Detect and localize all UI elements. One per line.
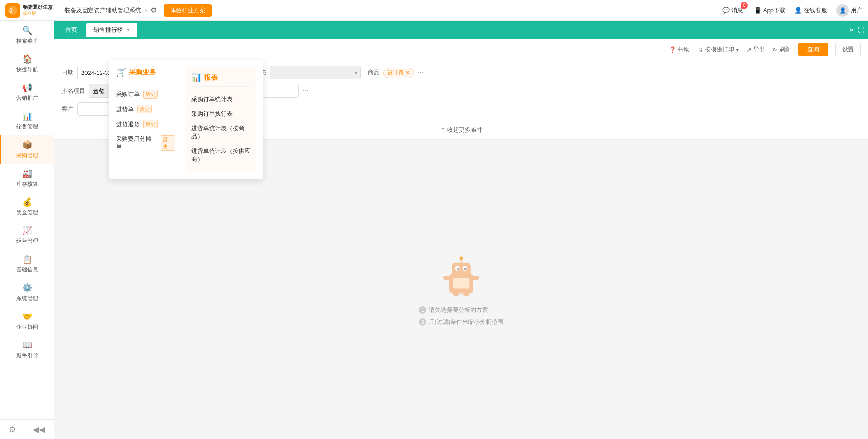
sales-icon: 📊 xyxy=(22,111,32,121)
user-avatar: 👤 xyxy=(836,4,849,17)
po-exec-label: 采购订单执行表 xyxy=(191,110,233,118)
sidebar-item-finance[interactable]: 💰 资金管理 xyxy=(0,192,54,221)
status-select[interactable] xyxy=(270,66,361,79)
goods-stats-by-supplier-item[interactable]: 进货单统计表（按供应商） xyxy=(191,144,250,167)
sidebar-label-guide: 新手引导 xyxy=(16,352,38,360)
logo-icon: 6 xyxy=(5,3,20,18)
phone-icon: 📱 xyxy=(754,7,761,14)
sidebar-item-purchase[interactable]: 📦 采购管理 xyxy=(0,135,54,164)
sidebar-label-purchase: 采购管理 xyxy=(16,152,38,159)
empty-hint-2: 2 用[过滤]条件来缩小分析范围 xyxy=(419,318,503,326)
svg-point-10 xyxy=(460,256,463,260)
po-stats-item[interactable]: 采购订单统计表 xyxy=(191,92,250,107)
help-label: 帮助 xyxy=(678,45,690,54)
sidebar-item-collab[interactable]: 🤝 企业协同 xyxy=(0,307,54,335)
query-button[interactable]: 查询 xyxy=(798,43,828,56)
message-icon: 💬 xyxy=(722,7,730,14)
sidebar-label-search: 搜索菜单 xyxy=(16,37,38,45)
inventory-icon: 🏭 xyxy=(22,168,32,178)
system-title-text: 装备及固定资产辅助管理系统 xyxy=(64,6,141,15)
sidebar-item-sales[interactable]: 📊 销售管理 xyxy=(0,107,54,135)
sidebar-item-marketing[interactable]: 📢 营销推广 xyxy=(0,78,54,107)
sidebar-item-inventory[interactable]: 🏭 库存核算 xyxy=(0,164,54,192)
search-menu-icon: 🔍 xyxy=(22,25,32,35)
hint-text-1: 请先选择要分析的方案 xyxy=(429,306,488,314)
goods-label: 商品 xyxy=(368,69,380,77)
app-download-item[interactable]: 📱 App下载 xyxy=(754,6,785,15)
collapse-button[interactable]: ⌃ 收起更多条件 xyxy=(440,126,483,134)
goods-receive-history: 历史 xyxy=(137,105,152,113)
salesman-more-btn[interactable]: ··· xyxy=(302,87,308,95)
settings-icon-btn[interactable]: ⚙ xyxy=(147,4,160,17)
purchase-expense-item[interactable]: 采购费用分摊单 历史 xyxy=(116,132,175,154)
purchase-dropdown: 🛒 采购业务 采购订单 历史 进货单 历史 进货退货 历史 采购费用分摊单 xyxy=(109,60,263,179)
svg-text:6: 6 xyxy=(9,7,13,14)
purchase-col-title-text: 采购业务 xyxy=(129,68,156,77)
sidebar-item-search[interactable]: 🔍 搜索菜单 xyxy=(0,21,54,49)
purchase-order-item[interactable]: 采购订单 历史 xyxy=(116,87,175,102)
svg-rect-12 xyxy=(443,276,450,280)
system-title: 装备及固定资产辅助管理系统 ▾ xyxy=(64,6,147,15)
sidebar-label-nav: 快捷导航 xyxy=(16,66,38,74)
goods-return-item[interactable]: 进货退货 历史 xyxy=(116,117,175,132)
online-service-item[interactable]: 👤 在线客服 xyxy=(795,6,827,15)
system-icon: ⚙️ xyxy=(22,283,32,293)
tab-bar: 首页 销售排行榜 ✕ ✕ ⛶ xyxy=(54,21,868,39)
sidebar-item-nav[interactable]: 🏠 快捷导航 xyxy=(0,49,54,78)
svg-rect-14 xyxy=(453,292,459,296)
logo-area: 6 畅捷通好生意 标准版 xyxy=(5,3,60,18)
help-btn[interactable]: ❓ 帮助 xyxy=(669,45,690,54)
svg-rect-4 xyxy=(452,262,471,276)
svg-rect-13 xyxy=(473,276,479,280)
guide-icon: 📖 xyxy=(22,340,32,350)
goods-stats-by-goods-item[interactable]: 进货单统计表（按商品） xyxy=(191,121,250,144)
main-layout: 🔍 搜索菜单 🏠 快捷导航 📢 营销推广 📊 销售管理 📦 采购管理 🏭 库存核… xyxy=(0,21,868,439)
tab-bar-right: ✕ ⛶ xyxy=(849,26,864,34)
tab-close-all-icon[interactable]: ✕ xyxy=(849,26,854,34)
purchase-business-col: 🛒 采购业务 采购订单 历史 进货单 历史 进货退货 历史 采购费用分摊单 xyxy=(116,67,175,172)
sidebar-item-operations[interactable]: 📈 经营管理 xyxy=(0,221,54,250)
refresh-icon: ↻ xyxy=(772,46,777,53)
sidebar-item-system[interactable]: ⚙️ 系统管理 xyxy=(0,278,54,307)
status-select-wrapper: ▾ xyxy=(270,66,361,79)
goods-return-label: 进货退货 xyxy=(116,120,140,128)
svg-point-7 xyxy=(457,267,459,270)
po-exec-item[interactable]: 采购订单执行表 xyxy=(191,107,250,121)
settings-button[interactable]: 设置 xyxy=(835,43,861,56)
tab-maximize-icon[interactable]: ⛶ xyxy=(858,26,864,34)
tab-home-label: 首页 xyxy=(65,26,77,34)
industry-button[interactable]: 体验行业方案 xyxy=(164,4,212,17)
empty-hint: 1 请先选择要分析的方案 2 用[过滤]条件来缩小分析范围 xyxy=(419,306,503,326)
print-btn[interactable]: 🖨 按模板打印 ▾ xyxy=(697,45,739,54)
goods-filter: 商品 设计费 ✕ ··· xyxy=(368,68,424,78)
sidebar: 🔍 搜索菜单 🏠 快捷导航 📢 营销推广 📊 销售管理 📦 采购管理 🏭 库存核… xyxy=(0,21,54,439)
po-stats-label: 采购订单统计表 xyxy=(191,95,233,104)
goods-more-btn[interactable]: ··· xyxy=(418,69,424,77)
notification-item[interactable]: 💬 消息 6 xyxy=(721,5,745,16)
logo-sub-text: 标准版 xyxy=(23,10,53,17)
refresh-btn[interactable]: ↻ 刷新 xyxy=(772,45,791,54)
goods-receive-item[interactable]: 进货单 历史 xyxy=(116,102,175,117)
empty-illustration xyxy=(439,253,484,299)
sidebar-collapse-btn[interactable]: ◀◀ xyxy=(33,424,45,434)
finance-icon: 💰 xyxy=(22,197,32,207)
basic-icon: 📋 xyxy=(22,254,32,264)
tab-home[interactable]: 首页 xyxy=(58,23,84,37)
goods-tag-close[interactable]: ✕ xyxy=(405,69,410,76)
sidebar-settings-btn[interactable]: ⚙ xyxy=(9,424,16,434)
rank-label: 排名项目 xyxy=(62,87,85,95)
purchase-expense-label: 采购费用分摊单 xyxy=(116,135,157,151)
tab-close-icon[interactable]: ✕ xyxy=(126,27,130,33)
header-right: 💬 消息 6 📱 App下载 👤 在线客服 👤 用户 xyxy=(721,4,863,17)
tab-sales-ranking[interactable]: 销售排行榜 ✕ xyxy=(86,23,137,37)
export-btn[interactable]: ↗ 导出 xyxy=(746,45,765,54)
user-item[interactable]: 👤 用户 xyxy=(836,4,863,17)
hint-num-2: 2 xyxy=(419,318,426,326)
purchase-order-label: 采购订单 xyxy=(116,90,140,99)
help-icon: ❓ xyxy=(669,46,676,53)
sidebar-item-basic[interactable]: 📋 基础信息 xyxy=(0,250,54,278)
sidebar-item-guide[interactable]: 📖 新手引导 xyxy=(0,335,54,364)
sidebar-label-operations: 经营管理 xyxy=(16,237,38,245)
hint-num-1: 1 xyxy=(419,306,426,314)
user-text: 用户 xyxy=(851,6,863,15)
